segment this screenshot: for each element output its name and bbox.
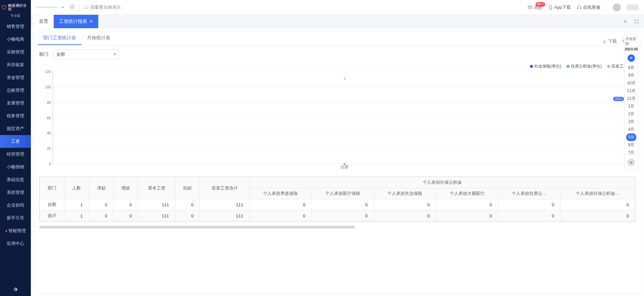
sidebar-item-12[interactable]: 基础信息 <box>0 173 31 186</box>
subtab-dept[interactable]: 部门工资统计表 <box>38 32 82 45</box>
month-item[interactable]: 6月 <box>626 141 636 149</box>
edition-label: 专业版 <box>0 13 31 18</box>
y-tick: 80 <box>42 100 51 104</box>
legend-item-2[interactable]: 住房公积金(单位) <box>567 64 602 69</box>
table-row: 分部1001110111000000 <box>40 199 635 210</box>
customer-service-button[interactable]: 在线客服 <box>577 4 600 10</box>
month-panel-year: 2023.05 <box>625 47 638 51</box>
sidebar-item-2[interactable]: 采购管理 <box>0 46 31 58</box>
sidebar-item-0[interactable]: 销售管理 <box>0 20 31 33</box>
user-avatar[interactable] <box>613 3 621 11</box>
dept-select[interactable]: 全部 <box>53 49 119 59</box>
y-tick: 100 <box>42 85 51 89</box>
data-table: 部门 人数 津贴 绩效 基本工资 扣款 应发工资合计 个人承担社保公积金 个人承… <box>40 177 635 221</box>
cell: 0 <box>374 210 436 221</box>
demo-link[interactable]: 我要看实例演示 <box>84 4 121 10</box>
headset-icon <box>577 5 582 10</box>
cell: 0 <box>498 199 560 210</box>
close-all-tabs-button[interactable] <box>621 17 630 26</box>
sidebar-item-16[interactable]: 智能管理 <box>0 224 31 237</box>
cell: 0 <box>560 199 635 210</box>
cell: 111 <box>138 199 175 210</box>
th-g2: 个人承担医疗保险 <box>312 188 374 199</box>
month-item[interactable]: 7月 <box>626 149 636 157</box>
chart-legend: 社会保险(单位) 住房公积金(单位) 应发工资总额 <box>530 64 636 69</box>
month-selector-panel: 月份选择 2023.05 8月9月10月11月12月1月2月3月4月5月6月7月… <box>624 34 638 170</box>
th-performance: 绩效 <box>113 177 138 199</box>
month-item[interactable]: 11月 <box>626 87 636 95</box>
download-button[interactable]: 下载 <box>602 38 617 44</box>
th-g4: 个人承担大额医疗 <box>436 188 498 199</box>
cell: 1 <box>64 199 89 210</box>
sidebar-item-6[interactable]: 发票管理 <box>0 97 31 110</box>
y-tick: 20 <box>42 146 51 151</box>
cell: 0 <box>250 199 312 210</box>
tab-home[interactable]: 首页 <box>34 15 54 28</box>
sidebar-item-11[interactable]: 小畅报销 <box>0 161 31 173</box>
month-item[interactable]: 10月 <box>626 79 636 87</box>
legend-item-1[interactable]: 社会保险(单位) <box>530 64 561 69</box>
sidebar-item-5[interactable]: 总账管理 <box>0 84 31 97</box>
svg-point-0 <box>71 6 73 7</box>
chat-icon <box>84 5 89 10</box>
brand-logo: 畅捷通好业财 <box>0 0 31 15</box>
cell: 1 <box>64 210 89 221</box>
month-item[interactable]: 4月 <box>626 126 636 133</box>
month-item[interactable]: 12月 <box>626 95 636 102</box>
messages-button[interactable]: 消息 99 + <box>528 4 542 10</box>
month-item[interactable]: 1月 <box>626 102 636 110</box>
subtab-month[interactable]: 月份统计表 <box>82 32 116 45</box>
app-download-button[interactable]: App下载 <box>548 4 571 10</box>
tab-salary-report[interactable]: 工资统计报表 ✕ <box>54 15 98 28</box>
company-selector[interactable] <box>36 5 65 10</box>
cell: 0 <box>89 199 113 210</box>
month-item[interactable]: 2月 <box>626 110 636 118</box>
settings-footer[interactable] <box>0 284 31 296</box>
sidebar-item-9[interactable]: 工资 <box>0 135 31 148</box>
sidebar-item-4[interactable]: 资金管理 <box>0 71 31 84</box>
month-scroll-down[interactable] <box>628 159 635 166</box>
svg-rect-5 <box>580 8 581 9</box>
sidebar-item-14[interactable]: 企业协同 <box>0 199 31 212</box>
nav-list: 销售管理小畅电商采购管理库存核算资金管理总账管理发票管理税务管理固定资产工资经营… <box>0 20 31 284</box>
month-item[interactable]: 8月 <box>626 64 636 72</box>
cell: 0 <box>113 210 138 221</box>
fullscreen-button[interactable] <box>632 17 641 26</box>
chevron-down-icon <box>60 5 65 10</box>
sidebar-item-1[interactable]: 小畅电商 <box>0 33 31 46</box>
month-item[interactable]: 3月 <box>626 118 636 126</box>
cell: 111 <box>200 210 250 221</box>
filter-row: 部门: 全部 <box>34 45 641 64</box>
close-icon <box>623 19 628 24</box>
month-item[interactable]: 5月 <box>626 133 636 141</box>
close-icon[interactable]: ✕ <box>89 19 93 24</box>
company-settings-button[interactable] <box>70 4 74 10</box>
cell: 0 <box>560 210 635 221</box>
horizontal-scrollbar[interactable] <box>39 226 355 228</box>
th-count: 人数 <box>64 177 89 199</box>
topbar: 我要看实例演示 消息 99 + App下载 在线客服 <box>31 0 644 15</box>
month-scroll-up[interactable] <box>628 54 635 62</box>
th-g3: 个人承担失业保险 <box>374 188 436 199</box>
y-tick: 60 <box>42 116 51 120</box>
th-g6: 个人承担社保公积金… <box>560 188 635 199</box>
gear-icon <box>70 4 74 9</box>
sidebar-item-7[interactable]: 税务管理 <box>0 110 31 122</box>
message-icon <box>528 5 532 10</box>
x-axis-label: 分部 <box>340 164 348 170</box>
page-tabs: 首页 工资统计报表 ✕ <box>31 15 644 28</box>
cell: 0 <box>436 210 498 221</box>
month-year-tag: 2023 <box>613 97 624 101</box>
cell: 合计 <box>40 210 64 221</box>
th-g1: 个人承担养老保险 <box>250 188 312 199</box>
sidebar-item-15[interactable]: 新手引导 <box>0 212 31 224</box>
cell: 0 <box>250 210 312 221</box>
sidebar-item-13[interactable]: 系统管理 <box>0 186 31 199</box>
month-item[interactable]: 9月 <box>626 72 636 79</box>
sidebar-item-3[interactable]: 库存核算 <box>0 58 31 71</box>
sidebar-item-8[interactable]: 固定资产 <box>0 122 31 135</box>
sidebar-item-17[interactable]: 应用中心 <box>0 237 31 250</box>
sidebar-item-10[interactable]: 经营管理 <box>0 148 31 161</box>
cell: 0 <box>436 199 498 210</box>
chart: 社会保险(单位) 住房公积金(单位) 应发工资总额 分部 02040608010… <box>39 64 636 171</box>
